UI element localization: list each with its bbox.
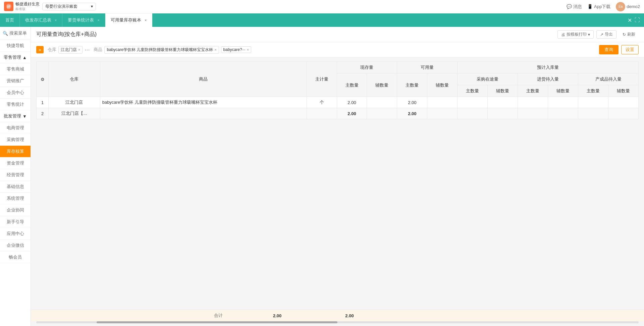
sidebar-item-retail-shop[interactable]: 零售商城 [0,63,31,75]
table-row: 2 江北门店【... 2.00 2.00 [37,108,639,119]
th-pur-aux: 辅数量 [488,85,518,97]
th-inc-aux: 辅数量 [548,85,578,97]
tab-available-stock-label: 可用量库存账本 [111,17,141,23]
sidebar-item-wholesale-mgmt[interactable]: 批发管理 ▼ [0,110,31,122]
cell-prod-aux [608,108,638,119]
tab-available-stock[interactable]: 可用量库存账本 × [105,13,152,27]
sidebar-item-ops-mgmt[interactable]: 经营管理 [0,169,31,181]
sidebar-item-enterprise-wechat[interactable]: 企业微信 [0,240,31,251]
close-all-tabs-icon[interactable]: ✕ [628,17,632,24]
product-tag-2[interactable]: babycare?··· × [221,46,251,53]
filter-bar: » 仓库 江北门店 × ··· 商品 babycare学饮杯 儿童防摔防撞吸管杯… [31,42,644,57]
sidebar-new-guide-label: 新手引导 [7,219,24,225]
sidebar-item-new-guide[interactable]: 新手引导 [0,216,31,228]
cell-avail-main: 2.00 [397,97,427,108]
product-tag-1[interactable]: babycare学饮杯 儿童防摔防撞吸管杯重力球吸嘴杯宝宝水杯 × [104,46,219,54]
sidebar-item-vip-member[interactable]: 畅会员 [0,251,31,263]
warehouse-tag[interactable]: 江北门店 × [58,46,83,54]
sidebar-basic-info-label: 基础信息 [7,184,24,190]
sidebar-item-retail-stats[interactable]: 零售统计 [0,99,31,110]
page-header: 可用量查询(按仓库+商品) 🖨 按模板打印 ▾ ↗ 导出 ↻ 刷新 [31,27,644,42]
th-avail-main: 主数量 [397,74,427,97]
logo-icon: 好 [4,2,13,11]
cell-pur-aux [488,97,518,108]
sidebar-system-label: 系统管理 [7,195,24,201]
tab-order-stats-close[interactable]: × [97,18,99,22]
message-button[interactable]: 💬 消息 [567,4,582,10]
user-profile[interactable]: Ea demo2 [616,2,640,11]
footer-current-main: 2.00 [273,313,281,318]
cell-warehouse: 江北门店 [49,97,100,108]
tab-available-stock-close[interactable]: × [145,18,147,22]
chevron-down-icon: ▾ [588,32,590,37]
sidebar-item-app-center[interactable]: 应用中心 [0,228,31,240]
sidebar-item-marketing[interactable]: 营销推广 [0,75,31,87]
print-button[interactable]: 🖨 按模板打印 ▾ [557,30,594,39]
sidebar-item-retail-mgmt[interactable]: 零售管理 ▲ [0,52,31,63]
app-icon: 📱 [587,4,593,9]
th-current-stock: 现存量 [337,62,397,74]
export-button[interactable]: ↗ 导出 [596,30,616,39]
footer-scrollbar-thumb [97,321,337,323]
sidebar-quick-nav-label: 快捷导航 [7,43,24,49]
sidebar-ops-label: 经营管理 [7,172,24,178]
sidebar-item-basic-info[interactable]: 基础信息 [0,181,31,193]
tab-home-label: 首页 [5,17,14,23]
sidebar-purchase-label: 采购管理 [7,137,24,143]
fullscreen-icon[interactable]: ⛶ [635,17,640,23]
sidebar-item-purchase-mgmt[interactable]: 采购管理 [0,134,31,146]
cell-product [100,108,307,119]
sidebar-item-inventory-check[interactable]: 库存核算 [0,146,31,157]
cell-index: 2 [37,108,49,119]
product-tag-2-remove[interactable]: × [247,48,249,52]
sidebar-item-system-mgmt[interactable]: 系统管理 [0,193,31,204]
sidebar-marketing-label: 营销推广 [7,78,24,84]
filter-expand-button[interactable]: » [36,46,44,53]
setting-button[interactable]: 设置 [621,45,639,54]
tab-home[interactable]: 首页 [0,13,20,27]
template-selector[interactable]: 母婴行业演示账套 ▾ [42,3,96,10]
product-filter-label: 商品 [94,47,102,53]
refresh-button[interactable]: ↻ 刷新 [619,31,639,38]
sidebar-retail-stats-label: 零售统计 [7,101,24,107]
th-planned-in: 预计入库量 [458,62,639,74]
warehouse-tag-remove[interactable]: × [78,48,80,52]
tab-order-stats-label: 要货单统计表 [68,17,94,23]
query-button[interactable]: 查询 [599,45,619,54]
app-download-button[interactable]: 📱 App下载 [587,4,610,10]
sidebar-item-finance-mgmt[interactable]: 资金管理 [0,157,31,169]
footer-total-label: 合计 [214,313,223,319]
product-tag-1-text: babycare学饮杯 儿童防摔防撞吸管杯重力球吸嘴杯宝宝水杯 [107,47,213,53]
sidebar-search[interactable]: 🔍 搜索菜单 [0,27,31,40]
main-layout: 🔍 搜索菜单 快捷导航 零售管理 ▲ 零售商城 营销推广 会员中心 零售统计 批… [0,27,644,326]
sidebar-item-ecommerce-mgmt[interactable]: 电商管理 [0,122,31,134]
footer-bar: 合计 2.00 2.00 [31,310,644,321]
print-icon: 🖨 [561,32,565,37]
tab-receive-summary[interactable]: 收发存汇总表 × [20,13,62,27]
page-title: 可用量查询(按仓库+商品) [36,31,97,41]
th-pur-main: 主数量 [458,85,488,97]
cell-prod-main [578,108,608,119]
sidebar-item-quick-nav[interactable]: 快捷导航 [0,40,31,52]
nav-tabs-right: ✕ ⛶ [624,13,644,27]
footer-scrollbar[interactable] [36,321,639,323]
logo-text-area: 畅捷通好生意 标准版 [15,2,40,11]
tab-order-stats[interactable]: 要货单统计表 × [62,13,105,27]
tab-receive-summary-close[interactable]: × [55,18,57,22]
logo-text: 畅捷通好生意 [15,2,40,6]
sidebar-item-member-center[interactable]: 会员中心 [0,87,31,99]
cell-current-aux [367,97,397,108]
cell-pur-main [458,97,488,108]
sidebar-item-enterprise-collab[interactable]: 企业协同 [0,204,31,216]
warehouse-tag-text: 江北门店 [61,47,77,53]
product-tag-1-remove[interactable]: × [214,48,216,52]
settings-icon[interactable]: ⚙ [41,77,45,82]
user-name: demo2 [627,4,640,9]
cell-pur-aux [488,108,518,119]
th-warehouse: 仓库 [49,62,100,97]
sidebar-enterprise-collab-label: 企业协同 [7,207,24,213]
template-name: 母婴行业演示账套 [45,4,77,9]
th-avail-aux: 辅数量 [427,74,458,97]
warehouse-filter-more[interactable]: ··· [85,46,90,53]
cell-avail-main: 2.00 [397,108,427,119]
